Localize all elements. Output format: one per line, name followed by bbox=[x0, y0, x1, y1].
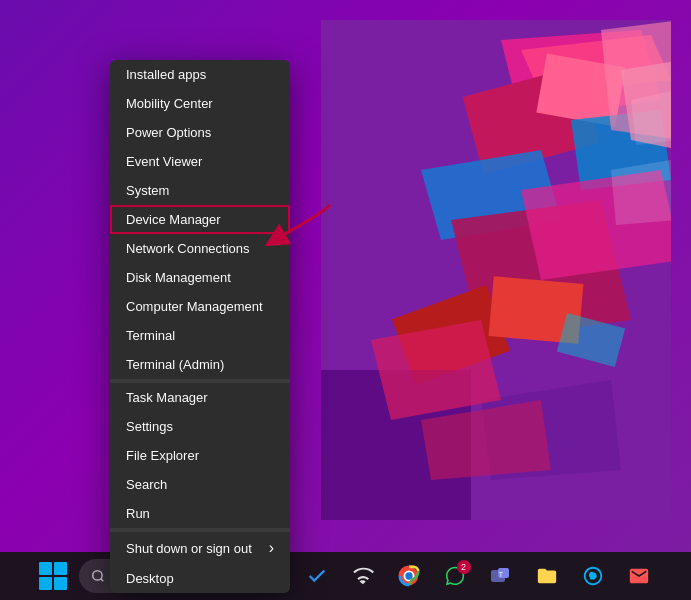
teams-button[interactable]: T bbox=[481, 556, 521, 596]
search-icon bbox=[91, 569, 105, 583]
menu-item-task-manager[interactable]: Task Manager bbox=[110, 383, 290, 412]
menu-item-label-shut-down: Shut down or sign out bbox=[126, 541, 252, 556]
menu-item-label-disk-management: Disk Management bbox=[126, 270, 231, 285]
menu-item-label-desktop: Desktop bbox=[126, 571, 174, 586]
menu-item-label-device-manager: Device Manager bbox=[126, 212, 221, 227]
menu-item-file-explorer[interactable]: File Explorer bbox=[110, 441, 290, 470]
network-button[interactable] bbox=[343, 556, 383, 596]
file-explorer-button[interactable] bbox=[527, 556, 567, 596]
taskbar: Search bbox=[0, 552, 691, 600]
menu-item-label-file-explorer: File Explorer bbox=[126, 448, 199, 463]
menu-item-label-installed-apps: Installed apps bbox=[126, 67, 206, 82]
chrome-icon bbox=[398, 565, 420, 587]
windows-icon bbox=[39, 562, 67, 590]
menu-item-network-connections[interactable]: Network Connections bbox=[110, 234, 290, 263]
menu-item-label-system: System bbox=[126, 183, 169, 198]
teams-icon: T bbox=[489, 564, 513, 588]
menu-item-search[interactable]: Search bbox=[110, 470, 290, 499]
menu-item-settings[interactable]: Settings bbox=[110, 412, 290, 441]
mail-icon bbox=[628, 565, 650, 587]
wifi-icon bbox=[352, 565, 374, 587]
menu-item-system[interactable]: System bbox=[110, 176, 290, 205]
menu-item-label-power-options: Power Options bbox=[126, 125, 211, 140]
menu-item-label-network-connections: Network Connections bbox=[126, 241, 250, 256]
todo-button[interactable] bbox=[297, 556, 337, 596]
menu-item-label-event-viewer: Event Viewer bbox=[126, 154, 202, 169]
menu-item-run[interactable]: Run bbox=[110, 499, 290, 528]
checkmark-icon bbox=[306, 565, 328, 587]
menu-item-label-settings: Settings bbox=[126, 419, 173, 434]
menu-item-disk-management[interactable]: Disk Management bbox=[110, 263, 290, 292]
menu-item-label-run: Run bbox=[126, 506, 150, 521]
menu-item-label-terminal-admin: Terminal (Admin) bbox=[126, 357, 224, 372]
menu-item-device-manager[interactable]: Device Manager bbox=[110, 205, 290, 234]
menu-item-shut-down[interactable]: Shut down or sign out› bbox=[110, 532, 290, 564]
menu-item-label-computer-management: Computer Management bbox=[126, 299, 263, 314]
context-menu: Installed appsMobility CenterPower Optio… bbox=[110, 60, 290, 593]
menu-item-mobility-center[interactable]: Mobility Center bbox=[110, 89, 290, 118]
submenu-arrow-icon: › bbox=[269, 539, 274, 557]
whatsapp-badge: 2 bbox=[457, 560, 471, 574]
desktop-artwork bbox=[321, 20, 671, 520]
menu-item-label-task-manager: Task Manager bbox=[126, 390, 208, 405]
folder-icon bbox=[536, 565, 558, 587]
whatsapp-button[interactable]: 2 bbox=[435, 556, 475, 596]
menu-item-label-mobility-center: Mobility Center bbox=[126, 96, 213, 111]
svg-point-21 bbox=[92, 571, 101, 580]
mail-button[interactable] bbox=[619, 556, 659, 596]
svg-marker-18 bbox=[611, 160, 671, 225]
skype-icon bbox=[582, 565, 604, 587]
skype-button[interactable] bbox=[573, 556, 613, 596]
svg-text:T: T bbox=[498, 571, 503, 578]
menu-item-label-search: Search bbox=[126, 477, 167, 492]
menu-item-power-options[interactable]: Power Options bbox=[110, 118, 290, 147]
chrome-button[interactable] bbox=[389, 556, 429, 596]
menu-item-installed-apps[interactable]: Installed apps bbox=[110, 60, 290, 89]
svg-line-22 bbox=[100, 579, 103, 582]
start-button[interactable] bbox=[33, 556, 73, 596]
menu-item-desktop[interactable]: Desktop bbox=[110, 564, 290, 593]
desktop: Installed appsMobility CenterPower Optio… bbox=[0, 0, 691, 600]
menu-item-computer-management[interactable]: Computer Management bbox=[110, 292, 290, 321]
menu-item-event-viewer[interactable]: Event Viewer bbox=[110, 147, 290, 176]
menu-item-label-terminal: Terminal bbox=[126, 328, 175, 343]
menu-item-terminal-admin[interactable]: Terminal (Admin) bbox=[110, 350, 290, 379]
menu-item-terminal[interactable]: Terminal bbox=[110, 321, 290, 350]
